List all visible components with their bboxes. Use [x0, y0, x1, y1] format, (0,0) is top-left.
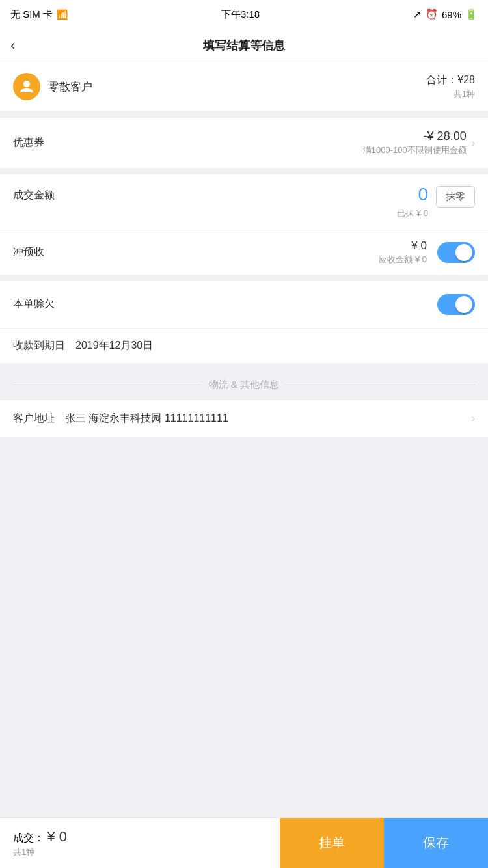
deal-right: 0 已抹 ¥ 0 抹零 [397, 185, 475, 219]
prepay-toggle-thumb [455, 244, 472, 261]
deal-amount-value: 0 [397, 185, 428, 205]
status-bar: 无 SIM 卡 📶 下午3:18 ↗ ⏰ 69% 🔋 [0, 0, 488, 29]
deal-amount-row: 成交金额 0 已抹 ¥ 0 抹零 [0, 174, 488, 230]
coupon-desc: 满1000-100不限制使用金额 [363, 144, 467, 156]
address-label: 客户地址 [13, 412, 55, 426]
status-left: 无 SIM 卡 📶 [10, 8, 68, 21]
debt-section: 本单赊欠 收款到期日 2019年12月30日 [0, 281, 488, 363]
debt-label: 本单赊欠 [13, 297, 55, 311]
logistics-line-right [286, 385, 475, 385]
logistics-line-left [13, 385, 202, 385]
sim-signal: 无 SIM 卡 [10, 8, 53, 21]
page-title: 填写结算等信息 [203, 38, 285, 53]
status-right: ↗ ⏰ 69% 🔋 [413, 8, 478, 20]
nav-bar: ‹ 填写结算等信息 [0, 29, 488, 62]
deal-label: 成交金额 [13, 185, 55, 202]
logistics-header: 物流 & 其他信息 [0, 370, 488, 400]
content: 零散客户 合计：¥28 共1种 优惠券 -¥ 28.00 满1000-100不限… [0, 62, 488, 502]
coupon-value-block: -¥ 28.00 满1000-100不限制使用金额 [363, 129, 467, 156]
bottom-bar: 成交： ¥ 0 共1种 挂单 保存 [0, 817, 488, 868]
battery-icon: 🔋 [465, 8, 478, 20]
bottom-deal-line: 成交： ¥ 0 [13, 828, 267, 845]
customer-left: 零散客户 [13, 73, 92, 100]
deal-sub: 已抹 ¥ 0 [397, 208, 428, 219]
customer-name: 零散客户 [48, 79, 92, 94]
deal-value-block: 0 已抹 ¥ 0 [397, 185, 428, 219]
prepay-toggle-track [437, 242, 475, 263]
prepay-value-block: ¥ 0 应收金额 ¥ 0 [379, 239, 427, 265]
customer-section: 零散客户 合计：¥28 共1种 [0, 62, 488, 111]
coupon-section[interactable]: 优惠券 -¥ 28.00 满1000-100不限制使用金额 › [0, 117, 488, 168]
battery-text: 69% [442, 9, 461, 20]
total-label: 合计：¥28 [426, 74, 475, 87]
round-button[interactable]: 抹零 [436, 186, 475, 208]
person-icon [18, 78, 35, 95]
customer-row: 零散客户 合计：¥28 共1种 [0, 62, 488, 111]
back-button[interactable]: ‹ [10, 34, 20, 57]
prepay-toggle[interactable] [437, 242, 475, 263]
total-count: 共1种 [426, 88, 475, 100]
logistics-label: 物流 & 其他信息 [209, 379, 279, 391]
hold-button[interactable]: 挂单 [280, 818, 384, 869]
save-button[interactable]: 保存 [384, 818, 488, 869]
coupon-row[interactable]: 优惠券 -¥ 28.00 满1000-100不限制使用金额 › [0, 117, 488, 168]
bottom-summary: 成交： ¥ 0 共1种 [0, 828, 280, 858]
debt-toggle[interactable] [437, 294, 475, 315]
prepay-amount: ¥ 0 [379, 239, 427, 252]
wifi-icon: 📶 [57, 9, 68, 20]
debt-toggle-thumb [455, 296, 472, 313]
debt-toggle-track [437, 294, 475, 315]
prepay-row: 冲预收 ¥ 0 应收金额 ¥ 0 [0, 230, 488, 275]
address-value: 张三 海淀永丰科技园 11111111111 [65, 412, 472, 426]
avatar [13, 73, 40, 100]
coupon-chevron: › [472, 137, 475, 149]
location-icon: ↗ [413, 8, 422, 20]
debt-row: 本单赊欠 [0, 281, 488, 328]
bottom-count: 共1种 [13, 847, 267, 858]
bottom-deal-label: 成交： [13, 832, 44, 843]
prepay-right: ¥ 0 应收金额 ¥ 0 [379, 239, 475, 265]
address-row[interactable]: 客户地址 张三 海淀永丰科技园 11111111111 › [0, 400, 488, 437]
coupon-right: -¥ 28.00 满1000-100不限制使用金额 › [363, 129, 475, 156]
duedate-label: 收款到期日 [13, 339, 65, 353]
alarm-icon: ⏰ [426, 8, 438, 20]
address-chevron: › [472, 413, 475, 424]
bottom-deal-value: ¥ 0 [47, 828, 67, 845]
duedate-value: 2019年12月30日 [75, 339, 153, 353]
customer-total: 合计：¥28 共1种 [426, 74, 475, 100]
coupon-label: 优惠券 [13, 136, 44, 150]
prepay-label: 冲预收 [13, 245, 44, 259]
address-section[interactable]: 客户地址 张三 海淀永丰科技园 11111111111 › [0, 400, 488, 437]
prepay-sub: 应收金额 ¥ 0 [379, 254, 427, 265]
duedate-row: 收款到期日 2019年12月30日 [0, 328, 488, 363]
svg-point-0 [23, 81, 30, 87]
status-time: 下午3:18 [221, 8, 260, 21]
deal-section: 成交金额 0 已抹 ¥ 0 抹零 冲预收 ¥ 0 应收金额 ¥ 0 [0, 174, 488, 275]
coupon-amount: -¥ 28.00 [363, 129, 467, 143]
